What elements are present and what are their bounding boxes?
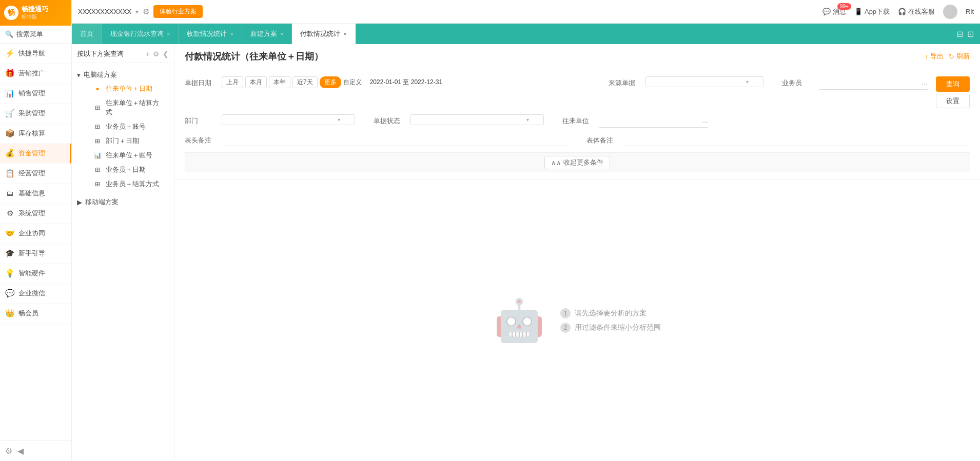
scheme-desktop-group-title[interactable]: ▾ 电脑端方案 [77, 68, 169, 82]
sidebar-item-sales[interactable]: 📊 销售管理 [0, 84, 71, 104]
scheme-item-label: 往来单位＋日期 [106, 84, 152, 93]
bill-status-select[interactable]: ▾ [410, 114, 544, 125]
scheme-add-icon[interactable]: + [146, 50, 150, 58]
sidebar-footer: ⚙ ◀ [0, 440, 71, 461]
scheme-item-partner-account-icon: 📊 [93, 151, 102, 159]
scheme-collapse-icon[interactable]: ❮ [163, 50, 169, 58]
staff-input-wrapper: … [819, 76, 928, 90]
scheme-item-label: 业务员＋日期 [106, 165, 146, 174]
sidebar-settings-icon[interactable]: ⚙ [5, 446, 12, 456]
finance-icon: 💰 [5, 149, 14, 158]
settings-button[interactable]: 设置 [936, 94, 970, 108]
service-label: 在线客服 [908, 7, 935, 16]
sidebar-label: 新手引导 [18, 249, 45, 258]
sidebar-item-wechat[interactable]: 💬 企业微信 [0, 284, 71, 304]
company-arrow-icon[interactable]: ▾ [135, 8, 139, 15]
tab-maximize-icon[interactable]: ⊡ [967, 29, 974, 39]
app-download-button[interactable]: 📱 App下载 [854, 7, 890, 16]
scheme-item-partner-settle-icon: ⊞ [93, 104, 102, 112]
topbar-gear-icon[interactable]: ⚙ [143, 7, 149, 16]
sidebar-item-basic[interactable]: 🗂 基础信息 [0, 184, 71, 204]
sidebar-item-guide[interactable]: 🎓 新手引导 [0, 244, 71, 264]
sidebar-item-purchase[interactable]: 🛒 采购管理 [0, 104, 71, 124]
empty-state: 🤖 1 请先选择要分析的方案 2 用过滤条件来缩小分析范围 [174, 180, 980, 461]
header-remark-wrapper [222, 134, 568, 146]
collapse-bar: ∧∧ 收起更多条件 [185, 152, 970, 172]
date-btn-last-month[interactable]: 上月 [222, 76, 243, 88]
scheme-item-dept-date[interactable]: ⊞ 部门＋日期 [82, 134, 169, 148]
scheme-item-staff-date-icon: ⊞ [93, 166, 102, 174]
tab-receivable[interactable]: 收款情况统计 × [179, 24, 242, 44]
sidebar-label: 系统管理 [18, 209, 45, 218]
scheme-item-partner-settle[interactable]: ⊞ 往来单位＋结算方式 [82, 96, 169, 119]
partner-ellipsis-btn[interactable]: … [702, 117, 708, 124]
bill-status-arrow-icon: ▾ [526, 117, 529, 123]
sidebar-label: 快捷导航 [18, 49, 45, 58]
tab-new-scheme[interactable]: 新建方案 × [242, 24, 292, 44]
staff-ellipsis-btn[interactable]: … [922, 79, 928, 86]
export-button[interactable]: ↑ 导出 [925, 52, 944, 61]
notification-icon: 💬 [822, 8, 831, 15]
sidebar-item-hardware[interactable]: 💡 智能硬件 [0, 264, 71, 284]
header-remark-label: 表头备注 [185, 134, 213, 145]
topbar: XXXXXXXXXXXX ▾ ⚙ 体验行业方案 💬 消息 99+ 📱 App下载… [72, 0, 980, 24]
trial-button[interactable]: 体验行业方案 [153, 5, 203, 18]
sidebar-collapse-icon[interactable]: ◀ [17, 446, 24, 456]
staff-input[interactable] [819, 76, 922, 88]
quick-nav-icon: ⚡ [5, 49, 14, 58]
tab-new-scheme-close[interactable]: × [280, 31, 283, 37]
date-btn-more[interactable]: 更多 [320, 76, 341, 88]
tab-bank-flow[interactable]: 现金银行流水查询 × [102, 24, 179, 44]
date-custom-label[interactable]: 自定义 [343, 78, 362, 87]
corp-icon: 🤝 [5, 229, 14, 238]
sidebar-item-marketing[interactable]: 🎁 营销推广 [0, 64, 71, 84]
purchase-icon: 🛒 [5, 109, 14, 118]
scheme-panel: 按以下方案查询 + ⚙ ❮ ▾ 电脑端方案 ● 往来单位＋日期 [72, 44, 174, 461]
sidebar-item-corp[interactable]: 🤝 企业协同 [0, 224, 71, 244]
empty-tips: 1 请先选择要分析的方案 2 用过滤条件来缩小分析范围 [560, 308, 661, 333]
partner-label: 往来单位 [562, 114, 591, 126]
tab-minimize-icon[interactable]: ⊟ [956, 29, 963, 39]
partner-input[interactable] [599, 114, 702, 126]
dept-select-arrow-icon: ▾ [338, 117, 340, 123]
collapse-button[interactable]: ∧∧ 收起更多条件 [544, 156, 610, 169]
header-remark-input[interactable] [222, 134, 568, 146]
date-btn-this-year[interactable]: 本年 [269, 76, 290, 88]
source-label: 来源单据 [609, 76, 637, 88]
dept-select[interactable]: ▾ [222, 114, 355, 125]
sidebar-item-inventory[interactable]: 📦 库存核算 [0, 124, 71, 144]
tab-bar: 首页 现金银行流水查询 × 收款情况统计 × 新建方案 × 付款情况统计 × ⊟… [72, 24, 980, 44]
notification-button[interactable]: 💬 消息 99+ [822, 7, 846, 16]
sidebar: 畅 畅捷通巧 标准版 🔍 搜索菜单 ⚡ 快捷导航 🎁 营销推广 📊 销售管理 🛒… [0, 0, 72, 461]
scheme-mobile-group-title[interactable]: ▶ 移动端方案 [77, 195, 169, 209]
body-remark-input[interactable] [623, 134, 970, 146]
date-btn-this-month[interactable]: 本月 [245, 76, 267, 88]
sidebar-item-system[interactable]: ⚙ 系统管理 [0, 204, 71, 224]
bill-status-label: 单据状态 [374, 114, 402, 126]
search-menu[interactable]: 🔍 搜索菜单 [0, 26, 71, 44]
service-icon: 🎧 [898, 8, 906, 15]
tab-payment-stat[interactable]: 付款情况统计 × [292, 24, 355, 44]
source-select[interactable]: ▾ [645, 76, 763, 87]
scheme-settings-icon[interactable]: ⚙ [153, 50, 160, 58]
sidebar-item-member[interactable]: 👑 畅会员 [0, 304, 71, 324]
sidebar-label: 企业微信 [18, 289, 45, 298]
tab-payment-stat-close[interactable]: × [343, 31, 346, 37]
scheme-item-staff-settle[interactable]: ⊞ 业务员＋结算方式 [82, 177, 169, 191]
online-service-button[interactable]: 🎧 在线客服 [898, 7, 935, 16]
scheme-item-partner-account[interactable]: 📊 往来单位＋账号 [82, 148, 169, 163]
scheme-item-partner-date[interactable]: ● 往来单位＋日期 [82, 82, 169, 96]
date-btn-last-7days[interactable]: 近7天 [292, 76, 318, 88]
query-button[interactable]: 查询 [936, 76, 970, 92]
refresh-button[interactable]: ↻ 刷新 [949, 52, 970, 61]
scheme-item-staff-account[interactable]: ⊞ 业务员＋账号 [82, 119, 169, 134]
tab-bank-flow-close[interactable]: × [167, 31, 170, 37]
sidebar-item-finance[interactable]: 💰 资金管理 [0, 144, 71, 164]
sidebar-item-quick-nav[interactable]: ⚡ 快捷导航 [0, 44, 71, 64]
sidebar-item-operation[interactable]: 📋 经营管理 [0, 164, 71, 184]
scheme-item-staff-date[interactable]: ⊞ 业务员＋日期 [82, 163, 169, 177]
tab-receivable-close[interactable]: × [230, 31, 233, 37]
tab-home[interactable]: 首页 [72, 24, 102, 44]
collapse-label: 收起更多条件 [563, 158, 603, 167]
user-avatar[interactable] [943, 5, 957, 19]
